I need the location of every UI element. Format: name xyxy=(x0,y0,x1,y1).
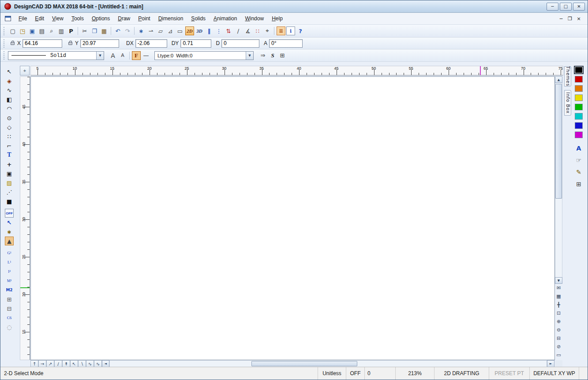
menu-file[interactable]: File xyxy=(15,14,31,23)
target-snap-button[interactable]: ⌖ xyxy=(263,26,272,35)
mdi-close-button[interactable]: × xyxy=(575,15,582,22)
toolbar-grip[interactable] xyxy=(4,27,5,35)
page-setup-button[interactable]: ▥ xyxy=(57,26,66,35)
d-input[interactable] xyxy=(221,39,259,48)
wand-tool[interactable]: ∗ xyxy=(5,227,14,236)
line-angle-button[interactable]: ∕ xyxy=(234,26,243,35)
color-swatch-blue[interactable] xyxy=(575,122,583,129)
new-document-button[interactable]: ▢ xyxy=(8,26,17,35)
chevron-down-icon[interactable]: ▼ xyxy=(96,52,104,60)
title-bar[interactable]: DesignCAD 3D MAX 2018 64-bit - [Untitled… xyxy=(0,0,588,13)
x-lock-icon[interactable] xyxy=(11,42,15,45)
status-snap-toggle[interactable]: OFF xyxy=(346,367,364,380)
info-box-tab[interactable]: Info Box xyxy=(564,90,571,116)
circle-tool[interactable]: ⊙ xyxy=(5,113,14,122)
scroll-up-button[interactable]: ▲ xyxy=(555,76,562,83)
m2-tool[interactable]: M2 xyxy=(5,286,14,294)
dx-input[interactable] xyxy=(135,39,167,48)
coordbar-grip[interactable] xyxy=(4,39,5,48)
hatch-tool[interactable]: ▨ xyxy=(5,178,14,187)
grid-snap-button[interactable]: ▭ xyxy=(176,26,184,35)
pan-button[interactable]: ╋ xyxy=(555,301,562,308)
print-button[interactable]: ▤ xyxy=(37,26,46,35)
hand-pointer-button[interactable]: ☞ xyxy=(574,156,583,165)
plane-tool[interactable]: ⌐ xyxy=(5,141,14,150)
line-width-button[interactable]: — xyxy=(142,51,150,60)
polygon-tool[interactable]: ◇ xyxy=(5,123,14,132)
point-marker-tool[interactable]: ◈ xyxy=(5,76,14,85)
paste-button[interactable]: ▦ xyxy=(100,26,109,35)
g1-tool[interactable]: G¹ xyxy=(5,248,14,257)
menu-tools[interactable]: Tools xyxy=(67,14,88,23)
menu-help[interactable]: Help xyxy=(268,14,287,23)
snap-off-button[interactable]: OFF xyxy=(5,209,14,218)
ltype-width-select[interactable]: Ltype:0 Width:0 ▼ xyxy=(154,51,254,60)
l1-tool[interactable]: L¹ xyxy=(5,258,14,267)
copy-button[interactable]: ❐ xyxy=(90,26,99,35)
status-drafting-mode[interactable]: 2D DRAFTING xyxy=(434,367,489,380)
document-icon[interactable] xyxy=(5,16,11,21)
dimension-tool[interactable]: ⋰ xyxy=(5,188,14,196)
zoom-out-button[interactable]: ⊖ xyxy=(555,327,562,333)
minimize-button[interactable]: ─ xyxy=(547,3,558,11)
x-input[interactable] xyxy=(22,39,62,48)
zoom-window-button[interactable]: ⊟ xyxy=(555,335,562,342)
close-button[interactable]: ✕ xyxy=(573,3,585,11)
mdi-restore-button[interactable]: ❐ xyxy=(566,15,573,22)
menu-options[interactable]: Options xyxy=(88,14,114,23)
select-arrow-tool[interactable]: ↖ xyxy=(5,218,14,227)
open-file-button[interactable]: ◳ xyxy=(18,26,27,35)
font-smaller-button[interactable]: A xyxy=(118,51,127,60)
color-swatch-red[interactable] xyxy=(575,76,583,83)
menu-dimension[interactable]: Dimension xyxy=(154,14,187,23)
c6-tool[interactable]: C6 xyxy=(5,313,14,322)
status-preset-pt[interactable]: PRESET PT xyxy=(489,367,529,380)
undo-button[interactable]: ↶ xyxy=(113,26,122,35)
menu-animation[interactable]: Animation xyxy=(210,14,241,23)
color-swatch-green[interactable] xyxy=(575,104,583,110)
info-box-button[interactable]: ℹ xyxy=(286,26,295,35)
menu-solids[interactable]: Solids xyxy=(187,14,210,23)
dir-up-button[interactable]: ↑ xyxy=(30,360,38,367)
i2-tool[interactable]: I² xyxy=(5,267,14,276)
color-swatch-cyan[interactable] xyxy=(575,113,583,120)
mode-2d-button[interactable]: 2D xyxy=(185,26,194,35)
drawing-canvas[interactable] xyxy=(30,76,555,360)
horizontal-scrollbar-thumb[interactable] xyxy=(251,361,357,366)
dir-diagonal-button[interactable]: ∕ xyxy=(54,360,62,367)
dashed-circle-tool[interactable]: ◌ xyxy=(5,323,14,331)
y-input[interactable] xyxy=(80,39,119,48)
swap-axes-button[interactable]: ⇅ xyxy=(224,26,233,35)
maximize-button[interactable]: □ xyxy=(560,3,572,11)
scroll-left-button[interactable]: ◄ xyxy=(102,360,109,367)
dotted-parallel-button[interactable]: ⋮ xyxy=(214,26,223,35)
dir-right-button[interactable]: → xyxy=(38,360,46,367)
themes-tab[interactable]: Themes xyxy=(564,66,571,87)
dir-vertical-button[interactable]: ↟ xyxy=(62,360,70,367)
dir-up-right-button[interactable]: ↗ xyxy=(46,360,54,367)
spline-button[interactable]: S xyxy=(268,51,277,60)
status-layer[interactable]: 0 xyxy=(364,367,395,380)
point-tool[interactable]: ∷ xyxy=(5,132,14,141)
mail-icon[interactable]: ✉ xyxy=(555,285,562,291)
page-view-button[interactable]: ▭ xyxy=(555,352,562,358)
m1-tool[interactable]: M¹ xyxy=(5,276,14,285)
menu-draw[interactable]: Draw xyxy=(114,14,134,23)
arc-tool[interactable]: ◠ xyxy=(5,104,14,113)
dir-back-diagonal-button[interactable]: ∖ xyxy=(78,360,86,367)
text-style-button[interactable]: A xyxy=(574,144,583,153)
paper-space-button[interactable]: P xyxy=(67,26,75,35)
dir-up-left-button[interactable]: ↖ xyxy=(70,360,78,367)
fill-toggle-button[interactable]: F xyxy=(132,51,141,60)
line-style-select[interactable]: Solid ▼ xyxy=(8,51,104,60)
box-tool[interactable]: ◧ xyxy=(5,95,14,104)
horizontal-scrollbar-track[interactable] xyxy=(109,360,547,367)
select-tool[interactable]: ↖ xyxy=(5,67,14,76)
color-swatch-magenta[interactable] xyxy=(575,132,583,138)
status-zoom-level[interactable]: 213% xyxy=(395,367,434,380)
zoom-previous-button[interactable]: ⊘ xyxy=(555,343,562,350)
curve-tool[interactable]: ∿ xyxy=(5,86,14,94)
menu-edit[interactable]: Edit xyxy=(31,14,48,23)
dir-curve1-button[interactable]: ∿ xyxy=(86,360,94,367)
mode-3d-button[interactable]: 3D xyxy=(195,26,204,35)
